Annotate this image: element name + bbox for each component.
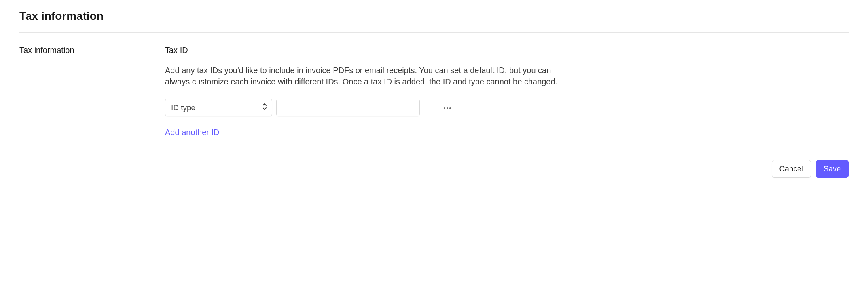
dots-horizontal-icon	[443, 105, 451, 111]
save-button[interactable]: Save	[816, 160, 849, 178]
cancel-button[interactable]: Cancel	[772, 160, 811, 178]
more-options-button[interactable]	[438, 99, 456, 116]
section-label: Tax information	[19, 46, 165, 137]
svg-point-0	[444, 107, 445, 109]
page-title: Tax information	[19, 10, 849, 33]
tax-info-section: Tax information Tax ID Add any tax IDs y…	[19, 33, 849, 150]
add-another-id-button[interactable]: Add another ID	[165, 128, 220, 137]
tax-id-input[interactable]	[276, 99, 420, 116]
svg-point-1	[447, 107, 448, 109]
tax-id-input-row: ID type	[165, 99, 849, 116]
id-type-select[interactable]: ID type	[165, 99, 272, 116]
field-description: Add any tax IDs you'd like to include in…	[165, 65, 578, 87]
field-title: Tax ID	[165, 46, 849, 55]
svg-point-2	[449, 107, 451, 109]
footer-actions: Cancel Save	[19, 150, 849, 178]
